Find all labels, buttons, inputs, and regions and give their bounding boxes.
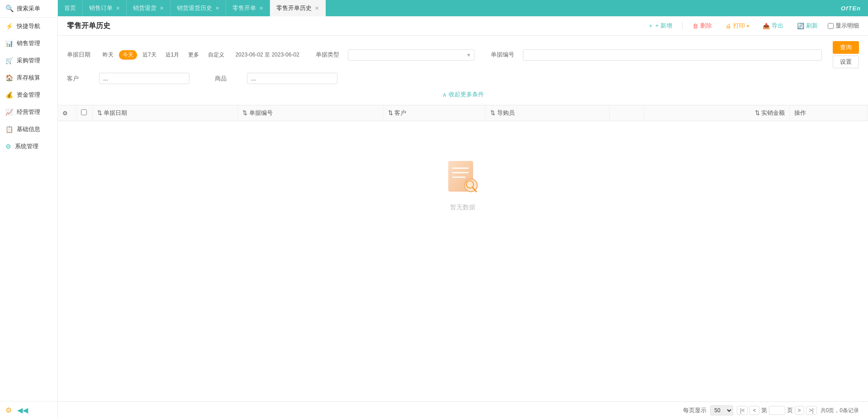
collapse-arrow: ∧ <box>442 91 447 98</box>
sidebar-icon-operations: 📈 <box>5 108 13 116</box>
page-unit: 页 <box>787 406 793 414</box>
date-more-btn[interactable]: 更多 <box>185 50 203 60</box>
th-spacer <box>609 105 644 121</box>
sidebar-item-inventory[interactable]: 🏠库存核算 <box>0 69 57 86</box>
tab-close-sales-return-history[interactable]: ✕ <box>215 5 219 11</box>
tab-home[interactable]: 首页 <box>58 0 83 16</box>
sidebar-item-basic-info[interactable]: 📋基础信息 <box>0 121 57 138</box>
tab-label-home: 首页 <box>64 4 76 12</box>
date-7days-btn[interactable]: 近7天 <box>139 50 160 60</box>
empty-illustration <box>440 157 485 198</box>
query-button[interactable]: 查询 <box>833 41 859 54</box>
new-button[interactable]: ＋ + 新增 <box>644 20 676 32</box>
sidebar-item-quick-nav[interactable]: ⚡快捷导航 <box>0 18 57 35</box>
collapse-icon[interactable]: ◀◀ <box>17 406 28 414</box>
th-action: 操作 <box>790 105 868 121</box>
doc-type-label: 单据类型 <box>316 51 341 59</box>
doc-no-input[interactable] <box>523 49 822 61</box>
th-date[interactable]: ⇅ 单据日期 <box>92 105 238 121</box>
prev-page-btn[interactable]: < <box>749 406 759 415</box>
tab-close-retail-open-history[interactable]: ✕ <box>315 5 319 11</box>
export-label: 导出 <box>772 22 783 30</box>
sidebar-icon-quick-nav: ⚡ <box>5 23 13 30</box>
th-check[interactable] <box>76 105 92 121</box>
tab-sales-order[interactable]: 销售订单✕ <box>83 0 127 16</box>
content-area: 零售开单历史 ＋ + 新增 🗑 删除 🖨 打印 ▾ 📤 <box>58 16 868 419</box>
th-guide-label: ⇅ 导购员 <box>490 109 515 116</box>
th-customer[interactable]: ⇅ 客户 <box>383 105 485 121</box>
sidebar-item-purchase-mgmt[interactable]: 🛒采购管理 <box>0 52 57 69</box>
tab-close-retail-open[interactable]: ✕ <box>259 5 263 11</box>
last-page-btn[interactable]: >| <box>806 406 817 415</box>
sidebar-item-sales-mgmt[interactable]: 📊销售管理 <box>0 35 57 52</box>
sidebar-label-inventory: 库存核算 <box>17 74 40 82</box>
sidebar-label-finance: 资金管理 <box>17 91 40 99</box>
gear-icon: ⚙ <box>62 110 68 117</box>
sidebar-item-finance[interactable]: 💰资金管理 <box>0 86 57 104</box>
tab-retail-open[interactable]: 零售开单✕ <box>226 0 270 16</box>
goods-select[interactable]: ... <box>247 73 337 84</box>
page-input[interactable]: 1 <box>769 406 785 415</box>
tab-close-sales-order[interactable]: ✕ <box>116 5 120 11</box>
search-icon: 🔍 <box>5 5 14 13</box>
date-custom-btn[interactable]: 自定义 <box>204 50 228 60</box>
tab-bar: 首页销售订单✕销货退货✕销货退货历史✕零售开单✕零售开单历史✕ OfTEn <box>58 0 868 16</box>
new-icon: ＋ <box>648 22 654 30</box>
print-button[interactable]: 🖨 打印 ▾ <box>722 20 753 32</box>
tab-sales-return[interactable]: 销货退货✕ <box>127 0 171 16</box>
goods-value: ... <box>251 75 256 82</box>
th-amount[interactable]: ⇅ 实销金额 <box>644 105 790 121</box>
sidebar-footer: ⚙ ◀◀ <box>0 401 57 419</box>
display-detail-label: 显示明细 <box>835 22 859 30</box>
next-page-btn[interactable]: > <box>795 406 804 415</box>
date-1month-btn[interactable]: 近1月 <box>162 50 183 60</box>
print-arrow: ▾ <box>747 24 749 28</box>
th-doc-no[interactable]: ⇅ 单据编号 <box>238 105 384 121</box>
divider1 <box>682 22 683 29</box>
first-page-btn[interactable]: |< <box>737 406 748 415</box>
sidebar-search-label: 搜索采单 <box>17 5 40 13</box>
date-range-text: 2023-06-02 至 2023-06-02 <box>235 51 299 59</box>
empty-state: 暂无数据 <box>58 121 868 248</box>
th-guide[interactable]: ⇅ 导购员 <box>485 105 609 121</box>
sidebar-item-sys-mgmt[interactable]: ⚙系统管理 <box>0 138 57 155</box>
tab-label-sales-return: 销货退货 <box>133 4 157 12</box>
delete-label: 删除 <box>700 22 712 30</box>
sidebar-icon-sales-mgmt: 📊 <box>5 40 13 47</box>
tab-close-sales-return[interactable]: ✕ <box>160 5 164 11</box>
filter-area: 单据日期 昨天 今天 近7天 近1月 更多 自定义 2023-06-02 至 2… <box>58 36 868 105</box>
main-area: 首页销售订单✕销货退货✕销货退货历史✕零售开单✕零售开单历史✕ OfTEn 零售… <box>58 0 868 419</box>
delete-button[interactable]: 🗑 删除 <box>689 20 716 32</box>
date-buttons: 昨天 今天 近7天 近1月 更多 自定义 <box>99 50 228 60</box>
filter-row-2: 客户 ... 商品 ... <box>67 73 859 84</box>
table-header-row: ⚙ ⇅ 单据日期 ⇅ 单据编号 ⇅ 客户 <box>58 105 868 121</box>
per-page-label: 每页显示 <box>683 406 707 414</box>
th-settings[interactable]: ⚙ <box>58 105 76 121</box>
tab-sales-return-history[interactable]: 销货退货历史✕ <box>171 0 226 16</box>
print-label: 打印 <box>733 22 745 30</box>
refresh-button[interactable]: 🔄 刷新 <box>793 20 821 32</box>
table-body: 暂无数据 <box>58 121 868 248</box>
sidebar-item-operations[interactable]: 📈经营管理 <box>0 104 57 121</box>
filter-row-1: 单据日期 昨天 今天 近7天 近1月 更多 自定义 2023-06-02 至 2… <box>67 41 859 68</box>
settings-button[interactable]: 设置 <box>833 56 859 68</box>
customer-select[interactable]: ... <box>99 73 190 84</box>
tab-retail-open-history[interactable]: 零售开单历史✕ <box>270 0 326 16</box>
date-today-btn[interactable]: 今天 <box>119 50 137 60</box>
page-nav: |< < 第 1 页 > >| <box>737 406 816 415</box>
collapse-label: 收起更多条件 <box>449 90 484 99</box>
tab-label-sales-return-history: 销货退货历史 <box>177 4 212 12</box>
settings-icon[interactable]: ⚙ <box>5 406 12 414</box>
print-icon: 🖨 <box>726 23 731 29</box>
sidebar-label-operations: 经营管理 <box>17 108 40 116</box>
display-detail-checkbox[interactable] <box>828 23 834 29</box>
display-detail-check[interactable]: 显示明细 <box>828 22 859 30</box>
sidebar-search[interactable]: 🔍 搜索采单 <box>0 0 57 18</box>
page-size-select[interactable]: 102050100 <box>710 405 733 415</box>
date-yesterday-btn[interactable]: 昨天 <box>99 50 117 60</box>
export-button[interactable]: 📤 导出 <box>759 20 787 32</box>
collapse-button[interactable]: ∧ 收起更多条件 <box>67 89 859 102</box>
select-all-checkbox[interactable] <box>81 109 87 115</box>
th-date-label: ⇅ 单据日期 <box>97 109 128 116</box>
doc-type-select[interactable]: ▾ <box>348 49 474 61</box>
